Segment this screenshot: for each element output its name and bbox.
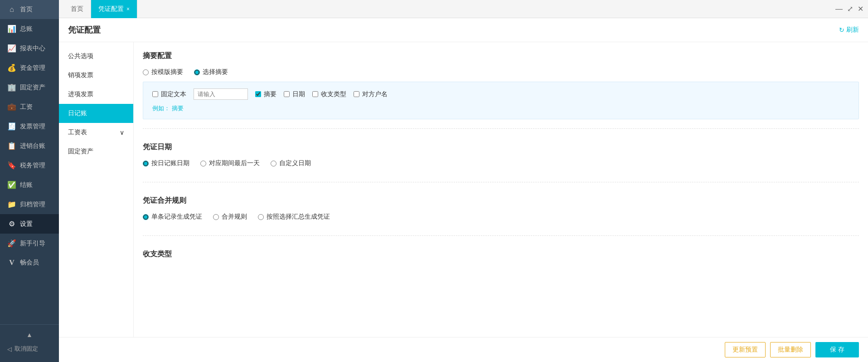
- left-nav-purchase-invoice[interactable]: 进项发票: [59, 85, 133, 104]
- merge-rule-label: 合并规则: [222, 213, 247, 221]
- archive-icon: 📁: [7, 200, 16, 209]
- radio-template-input[interactable]: [143, 69, 149, 75]
- page-title: 凭证配置: [68, 24, 101, 35]
- left-nav-label: 公共选项: [68, 52, 93, 60]
- tax-icon: 🔖: [7, 161, 16, 170]
- tab-voucher-config[interactable]: 凭证配置 ×: [91, 0, 137, 18]
- sidebar-item-label: 设置: [20, 220, 33, 228]
- summary-config-box: 固定文本 摘要 日期 收支类型: [143, 82, 859, 119]
- sidebar-item-close-account[interactable]: ✅ 结账: [0, 175, 59, 195]
- radio-due-date[interactable]: 对应期间最后一天: [200, 159, 260, 167]
- left-nav-sales-invoice[interactable]: 销项发票: [59, 66, 133, 85]
- voucher-date-radio-group: 按日记账日期 对应期间最后一天 自定义日期: [143, 159, 859, 167]
- journal-date-label: 按日记账日期: [151, 159, 189, 167]
- ledger-icon: 📊: [7, 24, 16, 33]
- sidebar-item-member[interactable]: V 畅会员: [0, 253, 59, 272]
- sidebar-item-label: 进销台账: [20, 142, 45, 150]
- sidebar-item-sales-ledger[interactable]: 📋 进销台账: [0, 136, 59, 156]
- payment-type-label: 收支类型: [321, 90, 346, 98]
- chevron-down-icon: ∨: [120, 129, 124, 136]
- sidebar-item-home[interactable]: ⌂ 首页: [0, 0, 59, 19]
- due-date-label: 对应期间最后一天: [209, 159, 260, 167]
- left-nav-salary-table[interactable]: 工资表 ∨: [59, 123, 133, 142]
- close-window-button[interactable]: ✕: [858, 5, 863, 13]
- radio-single-input[interactable]: [143, 214, 149, 220]
- radio-merge-input[interactable]: [213, 214, 219, 220]
- sidebar-item-general-ledger[interactable]: 📊 总账: [0, 19, 59, 39]
- left-nav-fixed-assets-item[interactable]: 固定资产: [59, 142, 133, 161]
- radio-select-merge[interactable]: 按照选择汇总生成凭证: [258, 213, 330, 221]
- pin-label: 取消固定: [15, 345, 38, 353]
- sidebar-item-salary[interactable]: 💼 工资: [0, 97, 59, 117]
- sidebar-pin-button[interactable]: ◁ 取消固定: [0, 340, 59, 357]
- checkbox-payment-type-label[interactable]: 收支类型: [312, 90, 346, 98]
- radio-custom-date[interactable]: 自定义日期: [271, 159, 311, 167]
- sidebar-item-label: 发票管理: [20, 122, 45, 131]
- radio-due-date-input[interactable]: [200, 161, 206, 166]
- radio-journal-date[interactable]: 按日记账日期: [143, 159, 189, 167]
- checkbox-summary-label[interactable]: 摘要: [255, 90, 276, 98]
- radio-single-record[interactable]: 单条记录生成凭证: [143, 213, 202, 221]
- radio-select-input[interactable]: [194, 69, 200, 75]
- checkbox-fixed-text[interactable]: [152, 91, 158, 97]
- summary-label: 摘要: [264, 90, 276, 98]
- checkbox-counterparty[interactable]: [354, 91, 359, 97]
- minimize-button[interactable]: —: [835, 5, 843, 13]
- main-area: 首页 凭证配置 × — ⤢ ✕ 凭证配置 ↻ 刷新 公共选项 销项发票: [59, 0, 868, 362]
- left-nav-journal[interactable]: 日记账: [59, 104, 133, 123]
- fixed-text-input[interactable]: [194, 88, 248, 100]
- summary-radio-group: 按模版摘要 选择摘要: [143, 68, 859, 76]
- save-button[interactable]: 保 存: [815, 342, 859, 357]
- update-preview-button[interactable]: 更新预置: [725, 342, 766, 357]
- select-merge-label: 按照选择汇总生成凭证: [267, 213, 330, 221]
- funds-icon: 💰: [7, 64, 16, 72]
- sidebar-item-fixed-assets[interactable]: 🏢 固定资产: [0, 78, 59, 97]
- checkbox-summary[interactable]: [255, 91, 261, 97]
- batch-delete-button[interactable]: 批量删除: [770, 342, 811, 357]
- checkbox-counterparty-label[interactable]: 对方户名: [354, 90, 388, 98]
- sidebar-item-funds[interactable]: 💰 资金管理: [0, 58, 59, 78]
- settings-icon: ⚙: [7, 220, 16, 228]
- radio-select-merge-input[interactable]: [258, 214, 264, 220]
- single-record-label: 单条记录生成凭证: [151, 213, 202, 221]
- maximize-button[interactable]: ⤢: [847, 5, 853, 13]
- sidebar-item-settings[interactable]: ⚙ 设置: [0, 214, 59, 234]
- voucher-date-title: 凭证日期: [143, 142, 859, 152]
- tab-home[interactable]: 首页: [63, 0, 91, 18]
- guide-icon: 🚀: [7, 239, 16, 248]
- payment-type-title: 收支类型: [143, 249, 859, 259]
- sidebar-item-reports[interactable]: 📈 报表中心: [0, 39, 59, 58]
- checkbox-fixed-text-label[interactable]: 固定文本: [152, 90, 186, 98]
- sidebar-item-label: 结账: [20, 181, 33, 189]
- left-nav-public-options[interactable]: 公共选项: [59, 47, 133, 66]
- radio-template-label: 按模版摘要: [151, 68, 183, 76]
- radio-template-summary[interactable]: 按模版摘要: [143, 68, 183, 76]
- content-area: 公共选项 销项发票 进项发票 日记账 工资表 ∨ 固定资产 摘要配置: [59, 42, 868, 337]
- sidebar-item-invoice-mgmt[interactable]: 🧾 发票管理: [0, 117, 59, 136]
- salary-icon: 💼: [7, 103, 16, 111]
- invoice-icon: 🧾: [7, 122, 16, 131]
- sidebar-item-archive[interactable]: 📁 归档管理: [0, 195, 59, 214]
- fixed-text-label: 固定文本: [161, 90, 186, 98]
- radio-select-summary[interactable]: 选择摘要: [194, 68, 228, 76]
- refresh-button[interactable]: ↻ 刷新: [839, 26, 859, 34]
- radio-journal-date-input[interactable]: [143, 161, 149, 166]
- sidebar-item-guide[interactable]: 🚀 新手引导: [0, 234, 59, 253]
- tab-close-icon[interactable]: ×: [126, 6, 130, 12]
- pin-icon: ◁: [7, 346, 12, 352]
- radio-select-label: 选择摘要: [203, 68, 228, 76]
- sidebar-item-tax-mgmt[interactable]: 🔖 税务管理: [0, 156, 59, 175]
- checkbox-payment-type[interactable]: [312, 91, 318, 97]
- left-nav-label: 日记账: [68, 109, 87, 117]
- checkbox-date[interactable]: [284, 91, 290, 97]
- summary-config-section: 摘要配置 按模版摘要 选择摘要 固定文本: [143, 51, 859, 129]
- sidebar-item-label: 资金管理: [20, 64, 45, 72]
- sidebar-item-label: 新手引导: [20, 240, 45, 248]
- radio-custom-date-input[interactable]: [271, 161, 276, 166]
- radio-merge-rule[interactable]: 合并规则: [213, 213, 247, 221]
- checkbox-date-label[interactable]: 日期: [284, 90, 305, 98]
- sidebar-item-label: 报表中心: [20, 44, 45, 53]
- tab-bar: 首页 凭证配置 × — ⤢ ✕: [59, 0, 868, 18]
- tab-actions: — ⤢ ✕: [835, 5, 863, 13]
- sidebar-scroll-up[interactable]: ▲: [0, 329, 59, 340]
